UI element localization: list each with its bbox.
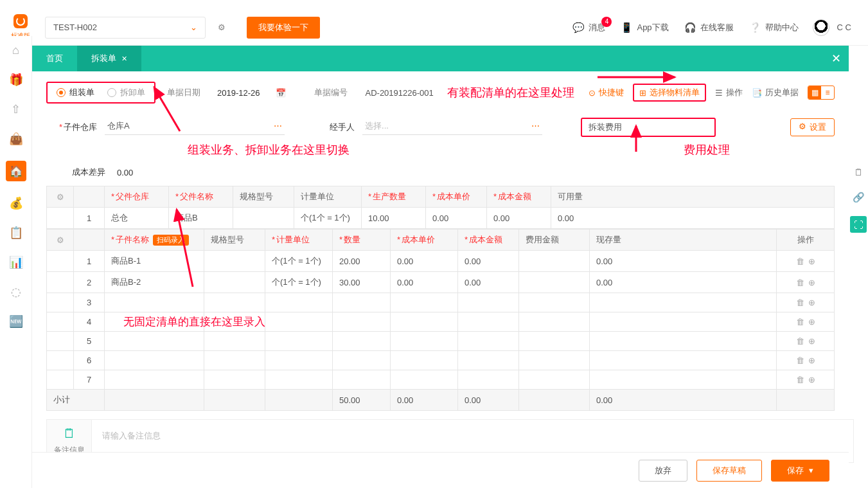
add-icon[interactable]: ⊕	[808, 298, 815, 307]
child-qty[interactable]	[333, 332, 391, 351]
child-row[interactable]: 7🗑⊕	[47, 370, 835, 390]
parent-wh[interactable]: 总仓	[105, 208, 169, 229]
ops-menu[interactable]: ☰ 操作	[715, 87, 743, 98]
child-row[interactable]: 1商品B-1个(1个 = 1个)20.000.000.000.00🗑⊕	[47, 251, 835, 272]
parent-row[interactable]: 1 总仓 商品B 个(1个 = 1个) 10.00 0.00 0.00 0.00	[47, 208, 835, 229]
bag-icon[interactable]: 👜	[8, 131, 24, 147]
select-material-list[interactable]: ⊞ 选择物料清单	[633, 84, 706, 102]
house-up-icon[interactable]: ⇧	[8, 102, 24, 117]
child-row[interactable]: 5🗑⊕	[47, 332, 835, 351]
download-link[interactable]: 📱 App下载	[621, 22, 668, 33]
child-uom[interactable]: 个(1个 = 1个)	[265, 251, 333, 272]
child-name[interactable]	[105, 370, 204, 390]
child-name[interactable]	[105, 351, 204, 370]
radio-assemble[interactable]: 组装单	[57, 87, 94, 98]
child-uom[interactable]	[265, 293, 333, 312]
parent-cost[interactable]: 0.00	[487, 208, 551, 229]
link-icon[interactable]: 🔗	[851, 190, 865, 204]
child-qty[interactable]	[333, 351, 391, 370]
child-name[interactable]	[105, 293, 204, 312]
child-uom[interactable]	[265, 332, 333, 351]
close-icon[interactable]: ✕	[121, 55, 127, 63]
parent-name[interactable]: 商品B	[169, 208, 233, 229]
date-value[interactable]: 2019-12-26	[217, 88, 260, 98]
gear-icon[interactable]: ⚙	[47, 186, 74, 208]
delete-icon[interactable]: 🗑	[796, 278, 804, 287]
delete-icon[interactable]: 🗑	[796, 356, 804, 365]
child-qty[interactable]: 20.00	[333, 251, 391, 272]
discard-button[interactable]: 放弃	[639, 460, 687, 464]
child-cost[interactable]	[458, 293, 519, 312]
avatar[interactable]	[813, 19, 829, 36]
delete-icon[interactable]: 🗑	[796, 257, 804, 266]
child-unitcost[interactable]	[391, 332, 458, 351]
delete-icon[interactable]: 🗑	[796, 298, 804, 307]
child-wh-picker[interactable]: 仓库A ⋯	[105, 120, 285, 135]
new-icon[interactable]: 🆕	[8, 314, 24, 329]
gear-icon[interactable]: ⚙	[215, 21, 229, 35]
home-icon[interactable]: ⌂	[8, 42, 24, 58]
money-icon[interactable]: 💰	[8, 195, 24, 211]
scan-entry-badge[interactable]: 扫码录入	[153, 235, 189, 246]
child-name[interactable]: 商品B-2	[105, 272, 204, 293]
child-qty[interactable]	[333, 293, 391, 312]
child-name[interactable]: 商品B-1	[105, 251, 204, 272]
child-cost[interactable]	[458, 332, 519, 351]
support-link[interactable]: 🎧 在线客服	[684, 22, 734, 33]
tab-assembly-order[interactable]: 拆装单 ✕	[77, 46, 141, 71]
child-cost[interactable]: 0.00	[458, 251, 519, 272]
handler-picker[interactable]: 选择... ⋯	[362, 120, 542, 135]
warehouse-icon[interactable]: 🏠	[6, 161, 26, 181]
parent-uom[interactable]: 个(1个 = 1个)	[294, 208, 362, 229]
tab-home[interactable]: 首页	[32, 46, 77, 71]
add-icon[interactable]: ⊕	[808, 257, 815, 266]
delete-icon[interactable]: 🗑	[796, 336, 804, 346]
parent-unitcost[interactable]: 0.00	[426, 208, 487, 229]
child-qty[interactable]: 30.00	[333, 272, 391, 293]
child-cost[interactable]	[458, 351, 519, 370]
messages-link[interactable]: 💬 消息 4	[572, 22, 605, 33]
fee-field[interactable]: 拆装费用	[581, 118, 716, 137]
save-draft-button[interactable]: 保存草稿	[696, 460, 762, 464]
parent-qty[interactable]: 10.00	[362, 208, 426, 229]
trial-button[interactable]: 我要体验一下	[247, 17, 320, 39]
gift-icon[interactable]: 🎁	[8, 72, 24, 87]
child-cost[interactable]: 0.00	[458, 272, 519, 293]
child-name[interactable]	[105, 332, 204, 351]
child-uom[interactable]	[265, 351, 333, 370]
clipboard-icon[interactable]: 📋	[8, 225, 24, 240]
child-uom[interactable]	[265, 370, 333, 390]
child-unitcost[interactable]: 0.00	[391, 251, 458, 272]
child-unitcost[interactable]	[391, 351, 458, 370]
save-button[interactable]: 保存▾	[771, 460, 829, 464]
report-icon[interactable]: 📊	[8, 255, 24, 270]
radio-disassemble[interactable]: 拆卸单	[107, 87, 145, 98]
note-icon[interactable]: 🗒	[851, 165, 865, 179]
settings-button[interactable]: ⚙ 设置	[790, 118, 835, 136]
quick-key[interactable]: ⊙ 快捷键	[589, 87, 624, 98]
cycle-icon[interactable]: ◌	[8, 284, 24, 300]
child-unitcost[interactable]	[391, 293, 458, 312]
add-icon[interactable]: ⊕	[808, 336, 815, 346]
child-uom[interactable]: 个(1个 = 1个)	[265, 272, 333, 293]
child-unitcost[interactable]: 0.00	[391, 272, 458, 293]
add-icon[interactable]: ⊕	[808, 356, 815, 365]
help-link[interactable]: ❔ 帮助中心	[749, 22, 799, 33]
add-icon[interactable]: ⊕	[808, 278, 815, 287]
username[interactable]: C C	[837, 23, 851, 32]
add-icon[interactable]: ⊕	[808, 375, 815, 384]
child-cost[interactable]	[458, 370, 519, 390]
expand-icon[interactable]: ⛶	[850, 216, 867, 233]
tenant-selector[interactable]: TEST-H002 ⌄	[45, 17, 206, 39]
gear-icon[interactable]: ⚙	[47, 230, 74, 251]
child-row[interactable]: 2商品B-2个(1个 = 1个)30.000.000.000.00🗑⊕	[47, 272, 835, 293]
child-row[interactable]: 3🗑⊕	[47, 293, 835, 312]
history-orders[interactable]: 📑 历史单据	[752, 87, 799, 98]
view-toggle[interactable]: ▦ ≡	[808, 86, 835, 100]
delete-icon[interactable]: 🗑	[796, 375, 804, 384]
calendar-icon[interactable]: 📅	[276, 88, 286, 98]
child-qty[interactable]	[333, 370, 391, 390]
tabstrip-close-icon[interactable]: ✕	[823, 46, 849, 71]
child-unitcost[interactable]	[391, 370, 458, 390]
child-row[interactable]: 6🗑⊕	[47, 351, 835, 370]
